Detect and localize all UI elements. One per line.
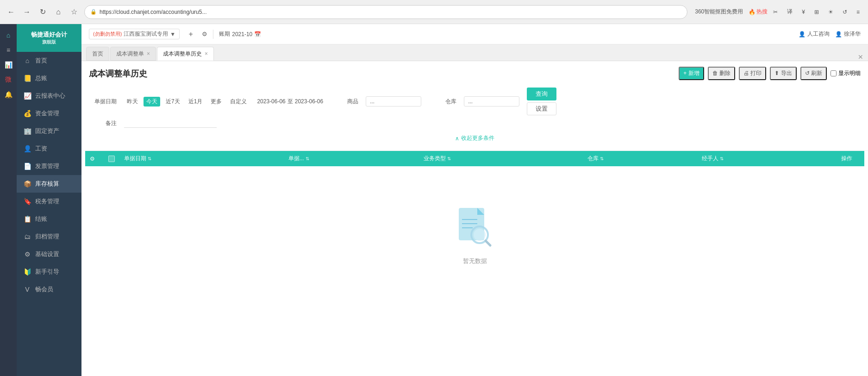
sidebar-item-label: 云报表中心 bbox=[35, 92, 65, 100]
ops-column-header: 操作 bbox=[837, 151, 864, 166]
user-info[interactable]: 👤 徐泽华 bbox=[835, 30, 861, 38]
address-bar[interactable]: 🔒 https://cloud.chanjet.com/accounting/u… bbox=[84, 5, 687, 19]
action-bar: + 新增 🗑 删除 🖨 打印 ⬆ 导出 ↺ 刷新 显示明细 bbox=[679, 67, 861, 80]
svg-line-7 bbox=[486, 241, 490, 245]
top-bar-right: 👤 人工咨询 👤 徐泽华 bbox=[799, 30, 861, 38]
date-btn-1month[interactable]: 近1月 bbox=[186, 97, 206, 107]
consultant-button[interactable]: 👤 人工咨询 bbox=[799, 30, 830, 38]
browser-bar: ← → ↻ ⌂ ☆ 🔒 https://cloud.chanjet.com/ac… bbox=[0, 0, 868, 24]
filter-row-date: 单据日期 昨天 今天 近7天 近1月 更多 自定义 2023-06-06 至 2… bbox=[89, 88, 861, 115]
doc-num-column-header[interactable]: 单据... ⇅ bbox=[284, 151, 419, 166]
gear-column-header[interactable]: ⚙ bbox=[85, 151, 104, 166]
tab-cost-adjustment-close[interactable]: × bbox=[147, 50, 150, 57]
note-input[interactable] bbox=[124, 119, 217, 128]
sidebar-item-home[interactable]: ⌂ 首页 bbox=[17, 52, 81, 69]
sidebar-item-assets[interactable]: 🏢 固定资产 bbox=[17, 122, 81, 140]
settings-icon[interactable]: ⚙ bbox=[202, 31, 207, 38]
date-column-header[interactable]: 单据日期 ⇅ bbox=[119, 151, 284, 166]
rail-icon-home[interactable]: ⌂ bbox=[2, 29, 15, 42]
search-tool[interactable]: 360智能抠图免费用 bbox=[691, 6, 747, 18]
handler-column-header[interactable]: 经手人 ⇅ bbox=[697, 151, 837, 166]
sidebar-item-settings[interactable]: ⚙ 基础设置 bbox=[17, 245, 81, 263]
query-button[interactable]: 查询 bbox=[527, 88, 556, 100]
sidebar-item-fund[interactable]: 💰 资金管理 bbox=[17, 105, 81, 122]
handler-col-label: 经手人 bbox=[702, 155, 718, 163]
tab-home[interactable]: 首页 bbox=[86, 47, 109, 61]
sidebar-item-invoice[interactable]: 📄 发票管理 bbox=[17, 157, 81, 175]
rail-icon-chart[interactable]: 📊 bbox=[2, 58, 15, 71]
sidebar-item-tax[interactable]: 🔖 税务管理 bbox=[17, 193, 81, 210]
sidebar-item-label: 总账 bbox=[35, 74, 47, 82]
sidebar-item-guide[interactable]: 🔰 新手引导 bbox=[17, 263, 81, 281]
sidebar-item-archive[interactable]: 🗂 归档管理 bbox=[17, 228, 81, 245]
sidebar-item-ledger[interactable]: 📒 总账 bbox=[17, 69, 81, 87]
checkbox-column-header[interactable] bbox=[104, 151, 119, 166]
add-company-btn[interactable]: + bbox=[185, 29, 196, 40]
brightness-tool[interactable]: ☀ bbox=[824, 7, 837, 17]
rail-icon-weibo[interactable]: 微 bbox=[2, 73, 15, 86]
bookmark-button[interactable]: ☆ bbox=[68, 6, 81, 19]
gear-icon: ⚙ bbox=[90, 156, 95, 162]
icon-rail: ⌂ ≡ 📊 微 🔔 bbox=[0, 24, 17, 376]
rail-icon-list[interactable]: ≡ bbox=[2, 44, 15, 56]
reports-icon: 📈 bbox=[23, 92, 31, 100]
sidebar-item-vip[interactable]: V 畅会员 bbox=[17, 281, 81, 298]
date-col-label: 单据日期 bbox=[124, 155, 146, 163]
sidebar-item-inventory[interactable]: 📦 库存核算 bbox=[17, 175, 81, 193]
new-button[interactable]: + 新增 bbox=[679, 67, 704, 80]
goods-selector[interactable]: ... bbox=[366, 96, 421, 107]
select-all-checkbox[interactable] bbox=[108, 156, 115, 162]
home-button[interactable]: ⌂ bbox=[52, 6, 65, 19]
print-button[interactable]: 🖨 打印 bbox=[739, 67, 766, 80]
close-all-tabs-btn[interactable]: ✕ bbox=[858, 53, 863, 61]
tab-cost-adjustment-label: 成本调整单 bbox=[116, 50, 144, 58]
forward-button[interactable]: → bbox=[20, 6, 33, 19]
logo-sub: 旗舰版 bbox=[42, 39, 56, 45]
tab-home-label: 首页 bbox=[92, 50, 103, 58]
page-header: 成本调整单历史 + 新增 🗑 删除 🖨 打印 ⬆ 导出 ↺ 刷新 显示明细 bbox=[81, 61, 868, 84]
sidebar-item-reports[interactable]: 📈 云报表中心 bbox=[17, 87, 81, 105]
tab-cost-adjustment-history[interactable]: 成本调整单历史 × bbox=[157, 47, 214, 61]
date-btn-custom[interactable]: 自定义 bbox=[227, 97, 250, 107]
refresh-button[interactable]: ↻ bbox=[36, 6, 49, 19]
empty-text: 暂无数据 bbox=[463, 257, 487, 265]
sidebar: 畅捷通好会计 旗舰版 ⌂ 首页 📒 总账 📈 云报表中心 💰 资金管理 🏢 固定… bbox=[17, 24, 81, 376]
export-button[interactable]: ⬆ 导出 bbox=[770, 67, 796, 80]
back-button[interactable]: ← bbox=[5, 6, 18, 19]
warehouse-column-header[interactable]: 仓库 ⇅ bbox=[583, 151, 697, 166]
biz-type-column-header[interactable]: 业务类型 ⇅ bbox=[419, 151, 583, 166]
sidebar-item-label: 新手引导 bbox=[35, 268, 59, 276]
date-btn-today[interactable]: 今天 bbox=[144, 97, 160, 107]
tab-cost-adjustment-history-close[interactable]: × bbox=[205, 50, 208, 57]
undo-tool[interactable]: ↺ bbox=[839, 7, 851, 17]
rail-icon-notification[interactable]: 🔔 bbox=[2, 88, 15, 101]
ops-col-label: 操作 bbox=[841, 155, 852, 162]
display-cols-checkbox[interactable] bbox=[831, 70, 837, 76]
date-btn-7days[interactable]: 近7天 bbox=[163, 97, 183, 107]
menu-tool[interactable]: ≡ bbox=[853, 7, 863, 17]
sidebar-item-payroll[interactable]: 👤 工资 bbox=[17, 140, 81, 157]
date-btn-yesterday[interactable]: 昨天 bbox=[124, 97, 141, 107]
sidebar-item-label: 畅会员 bbox=[35, 285, 53, 294]
wallet-tool[interactable]: ¥ bbox=[798, 7, 809, 17]
hot-search-label: 🔥 热搜 bbox=[749, 8, 768, 16]
sidebar-item-label: 库存核算 bbox=[35, 180, 59, 188]
display-cols-label[interactable]: 显示明细 bbox=[831, 69, 861, 77]
settings-filter-button[interactable]: 设置 bbox=[527, 102, 556, 115]
calendar-icon[interactable]: 📅 bbox=[254, 31, 261, 38]
right-buttons: 查询 设置 bbox=[527, 88, 556, 115]
sidebar-item-close-accounts[interactable]: 📋 结账 bbox=[17, 210, 81, 228]
warehouse-selector[interactable]: ... bbox=[464, 96, 519, 107]
date-btn-more[interactable]: 更多 bbox=[208, 97, 225, 107]
grid-tool[interactable]: ⊞ bbox=[811, 7, 823, 17]
delete-button[interactable]: 🗑 删除 bbox=[708, 67, 735, 80]
refresh-button[interactable]: ↺ 刷新 bbox=[800, 67, 827, 80]
warehouse-more-icon: ... bbox=[468, 98, 473, 105]
company-selector[interactable]: (勿删勿禁用) 江西服宝测试专用 ▼ bbox=[89, 29, 180, 39]
scissors-tool[interactable]: ✂ bbox=[769, 7, 781, 17]
note-filter-label: 备注 bbox=[89, 119, 117, 127]
tab-cost-adjustment[interactable]: 成本调整单 × bbox=[110, 47, 156, 61]
collapse-bar[interactable]: ∧ 收起更多条件 bbox=[89, 132, 861, 145]
translate-tool[interactable]: 译 bbox=[783, 6, 796, 18]
display-cols-text: 显示明细 bbox=[838, 69, 861, 77]
